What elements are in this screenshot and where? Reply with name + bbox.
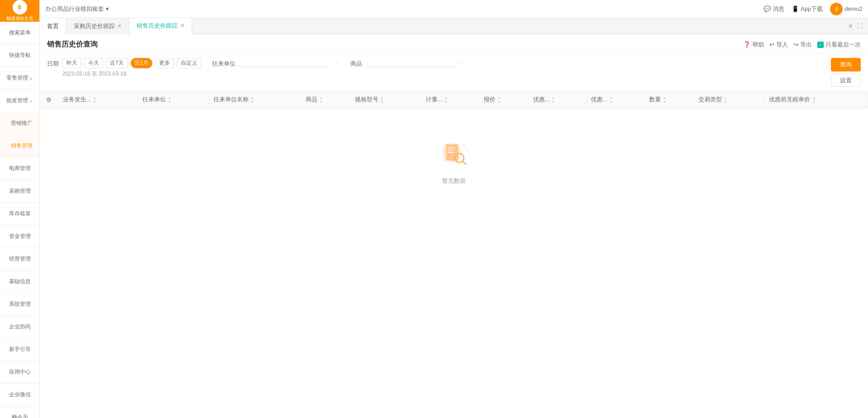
app-logo[interactable]: 6 畅捷通好生意 bbox=[0, 0, 39, 22]
data-table: ⚙业务发生...▲▼往来单位▲▼往来单位名称▲▼商品▲▼规格型号▲▼计量...▲… bbox=[40, 92, 868, 108]
sort-icon: ▲▼ bbox=[444, 96, 448, 104]
th-price[interactable]: 报价▲▼ bbox=[479, 92, 528, 108]
sidebar-item-purchase[interactable]: 采购管理 bbox=[0, 180, 39, 203]
th-quantity[interactable]: 数量▲▼ bbox=[645, 92, 694, 108]
product-input[interactable] bbox=[366, 58, 456, 67]
sidebar-item-finance[interactable]: 资金管理 bbox=[0, 225, 39, 248]
empty-text: 暂无数据 bbox=[442, 177, 466, 185]
sidebar-item-label-search: 搜索菜单 bbox=[9, 29, 31, 37]
sidebar-item-wechat[interactable]: 企业微信 bbox=[0, 384, 39, 406]
sidebar-item-sales_mgmt[interactable]: 销售管理 bbox=[0, 135, 39, 157]
tab-sales[interactable]: 销售历史价跟踪 ✕ bbox=[129, 18, 192, 34]
sort-icon: ▲▼ bbox=[609, 96, 613, 104]
only-last-checkbox[interactable]: ✓ bbox=[817, 42, 824, 48]
date-btn-更多[interactable]: 更多 bbox=[155, 58, 174, 68]
expand-btn[interactable]: ⛶ bbox=[857, 23, 863, 29]
sort-icon: ▲▼ bbox=[724, 96, 727, 104]
header-actions: ❓ 帮助 ↩ 导入 ↪ 导出 ✓ 只看最后一次 bbox=[743, 41, 861, 49]
partner-label: 往来单位 bbox=[212, 58, 236, 68]
th-product[interactable]: 商品▲▼ bbox=[301, 92, 350, 108]
product-filter-group: 商品 ··· bbox=[350, 58, 466, 68]
partner-input[interactable] bbox=[239, 58, 330, 67]
sidebar-item-marketing[interactable]: 营销推广 bbox=[0, 112, 39, 135]
svg-rect-3 bbox=[448, 150, 453, 151]
partner-dots[interactable]: ··· bbox=[333, 58, 339, 66]
date-btn-今天[interactable]: 今天 bbox=[84, 58, 103, 68]
th-partner_name[interactable]: 往来单位名称▲▼ bbox=[208, 92, 301, 108]
partner-input-group: ··· bbox=[239, 58, 339, 67]
query-btn-group: 查询 设置 bbox=[831, 58, 861, 87]
sidebar-item-wholesale[interactable]: 批发管理▲ bbox=[0, 90, 39, 112]
th-partner_code[interactable]: 往来单位▲▼ bbox=[138, 92, 209, 108]
th-discount1[interactable]: 优惠...▲▼ bbox=[528, 92, 586, 108]
sidebar-nav: 搜索菜单快捷导航零售管理▲批发管理▲营销推广销售管理电商管理采购管理库存核算资金… bbox=[0, 22, 39, 418]
th-unit[interactable]: 计量...▲▼ bbox=[421, 92, 479, 108]
query-button[interactable]: 查询 bbox=[831, 58, 861, 71]
sort-icon: ▲▼ bbox=[168, 96, 171, 104]
import-btn[interactable]: ↩ 导入 bbox=[769, 41, 788, 49]
sidebar-item-label-shortcut: 快捷导航 bbox=[9, 52, 31, 59]
account-selector[interactable]: 办公用品行业模拟账套 ▾ bbox=[45, 5, 109, 13]
close-all-btn[interactable]: ✕ bbox=[848, 23, 853, 29]
sidebar-item-label-system: 系统管理 bbox=[9, 300, 31, 308]
sidebar-item-retail[interactable]: 零售管理▲ bbox=[0, 67, 39, 90]
sidebar-item-system[interactable]: 系统管理 bbox=[0, 293, 39, 316]
sidebar-item-member[interactable]: 畅会员 bbox=[0, 406, 39, 418]
date-btn-昨天[interactable]: 昨天 bbox=[62, 58, 81, 68]
wholesale-expand-icon: ▲ bbox=[29, 98, 33, 103]
logo-text: 畅捷通好生意 bbox=[6, 15, 33, 22]
date-btn-自定义[interactable]: 自定义 bbox=[177, 58, 201, 68]
help-btn[interactable]: ❓ 帮助 bbox=[743, 41, 764, 49]
message-icon: 💬 bbox=[764, 5, 771, 12]
sidebar-item-label-enterprise: 企业协同 bbox=[9, 323, 31, 331]
th-trade_type[interactable]: 交易类型▲▼ bbox=[693, 92, 764, 108]
tab-home-label: 首页 bbox=[47, 22, 59, 30]
sidebar-item-shortcut[interactable]: 快捷导航 bbox=[0, 44, 39, 67]
account-name: 办公用品行业模拟账套 bbox=[45, 5, 104, 13]
sidebar-item-label-guide: 新手引导 bbox=[9, 346, 31, 353]
th-biz_date[interactable]: 业务发生...▲▼ bbox=[58, 92, 138, 108]
date-btn-近7天[interactable]: 近7天 bbox=[106, 58, 128, 68]
sort-icon: ▲▼ bbox=[812, 96, 816, 104]
content-area: 销售历史价查询 ❓ 帮助 ↩ 导入 ↪ 导出 ✓ 只看最后一次 bbox=[40, 34, 868, 418]
th-pretax_price[interactable]: 优惠前无税单价▲▼ bbox=[764, 92, 868, 108]
sidebar-item-basic[interactable]: 基础信息 bbox=[0, 271, 39, 293]
svg-rect-4 bbox=[448, 152, 454, 153]
th-spec[interactable]: 规格型号▲▼ bbox=[350, 92, 421, 108]
sort-icon: ▲▼ bbox=[497, 96, 501, 104]
tab-purchase[interactable]: 采购历史价跟踪 ✕ bbox=[66, 18, 129, 34]
sidebar-item-guide[interactable]: 新手引导 bbox=[0, 338, 39, 361]
sidebar-item-appstore[interactable]: 应用中心 bbox=[0, 361, 39, 384]
tab-purchase-close[interactable]: ✕ bbox=[118, 23, 122, 29]
svg-rect-2 bbox=[448, 147, 455, 148]
topbar: 办公用品行业模拟账套 ▾ 💬 消息 📱 App下载 d demo2 bbox=[40, 0, 868, 18]
sidebar-item-inventory[interactable]: 库存核算 bbox=[0, 203, 39, 225]
tab-sales-close[interactable]: ✕ bbox=[180, 23, 184, 28]
settings-button[interactable]: 设置 bbox=[831, 74, 861, 87]
page-header: 销售历史价查询 ❓ 帮助 ↩ 导入 ↪ 导出 ✓ 只看最后一次 bbox=[40, 34, 868, 53]
sidebar-item-operation[interactable]: 经营管理 bbox=[0, 248, 39, 271]
sidebar-item-ecommerce[interactable]: 电商管理 bbox=[0, 157, 39, 180]
only-last-checkbox-group[interactable]: ✓ 只看最后一次 bbox=[817, 41, 861, 49]
app-download-btn[interactable]: 📱 App下载 bbox=[792, 5, 823, 13]
sidebar-item-label-ecommerce: 电商管理 bbox=[9, 165, 31, 172]
date-filter-group: 日期 昨天今天近7天近1月更多自定义 2023-02-18 至 2023-03-… bbox=[47, 58, 201, 78]
export-btn[interactable]: ↪ 导出 bbox=[793, 41, 812, 49]
message-btn[interactable]: 💬 消息 bbox=[764, 5, 784, 13]
tab-home[interactable]: 首页 bbox=[40, 18, 66, 34]
sidebar-item-label-appstore: 应用中心 bbox=[9, 368, 31, 376]
sidebar-item-search[interactable]: 搜索菜单 bbox=[0, 22, 39, 44]
dropdown-icon: ▾ bbox=[106, 5, 109, 12]
table-settings-icon[interactable]: ⚙ bbox=[46, 96, 52, 103]
sidebar-item-enterprise[interactable]: 企业协同 bbox=[0, 316, 39, 338]
filter-area: 日期 昨天今天近7天近1月更多自定义 2023-02-18 至 2023-03-… bbox=[40, 53, 868, 92]
th-discount2[interactable]: 优惠...▲▼ bbox=[586, 92, 645, 108]
product-label: 商品 bbox=[350, 58, 362, 68]
sort-icon: ▲▼ bbox=[93, 96, 96, 104]
user-profile[interactable]: d demo2 bbox=[830, 3, 863, 15]
date-btn-近1月[interactable]: 近1月 bbox=[131, 58, 153, 68]
date-btn-group: 昨天今天近7天近1月更多自定义 bbox=[62, 58, 201, 68]
app-icon: 📱 bbox=[792, 5, 799, 12]
main-area: 办公用品行业模拟账套 ▾ 💬 消息 📱 App下载 d demo2 首页 bbox=[40, 0, 868, 418]
product-dots[interactable]: ··· bbox=[460, 58, 466, 66]
